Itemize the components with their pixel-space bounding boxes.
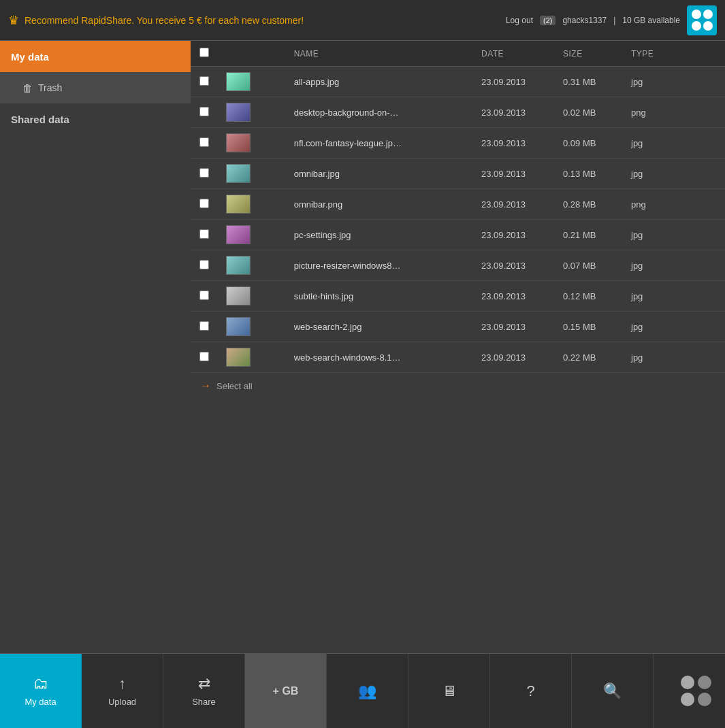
- toolbar-contacts-button[interactable]: 👥: [327, 654, 408, 728]
- bottom-logo-circle-2: [698, 676, 711, 689]
- row-name-cell[interactable]: desktop-background-on-…: [286, 97, 473, 128]
- row-name-cell[interactable]: pc-settings.jpg: [286, 220, 473, 250]
- row-action-cell-4: [677, 189, 725, 220]
- toolbar-my-data-button[interactable]: 🗂 My data: [0, 654, 82, 728]
- row-date-cell-9: 23.09.2013: [473, 342, 555, 373]
- row-action-cell-0: [677, 67, 725, 97]
- file-name-8: web-search-2.jpg: [294, 322, 362, 332]
- row-name-cell[interactable]: subtle-hints.jpg: [286, 281, 473, 312]
- promo-text: Recommend RapidShare. You receive 5 € fo…: [25, 15, 304, 26]
- toolbar-help-button[interactable]: ?: [490, 654, 572, 728]
- file-checkbox-3[interactable]: [199, 168, 209, 178]
- toolbar-search-button[interactable]: 🔍: [572, 654, 654, 728]
- row-date-cell-8: 23.09.2013: [473, 312, 555, 342]
- col-thumb-header: [218, 41, 286, 67]
- row-date-cell-7: 23.09.2013: [473, 281, 555, 312]
- row-size-cell-9: 0.22 MB: [555, 342, 623, 373]
- computer-icon: 🖥: [442, 682, 457, 700]
- row-action-cell-9: [677, 342, 725, 373]
- top-banner: ♛ Recommend RapidShare. You receive 5 € …: [0, 0, 725, 41]
- sidebar-item-my-data[interactable]: My data: [0, 41, 191, 72]
- file-thumbnail-2: [226, 133, 251, 152]
- crown-icon: ♛: [8, 13, 19, 28]
- storage-available: 10 GB available: [622, 16, 680, 25]
- row-type-cell-6: jpg: [623, 250, 677, 281]
- row-date-cell-6: 23.09.2013: [473, 250, 555, 281]
- row-thumb-cell: [218, 281, 286, 312]
- col-date-header: DATE: [473, 41, 555, 67]
- row-action-cell-6: [677, 250, 725, 281]
- row-date-cell-5: 23.09.2013: [473, 220, 555, 250]
- row-date-cell-1: 23.09.2013: [473, 97, 555, 128]
- row-thumb-cell: [218, 159, 286, 189]
- file-checkbox-7[interactable]: [199, 291, 209, 300]
- file-checkbox-0[interactable]: [199, 76, 209, 86]
- row-size-cell-5: 0.21 MB: [555, 220, 623, 250]
- sidebar-item-trash[interactable]: 🗑 Trash: [0, 72, 191, 103]
- row-checkbox-cell[interactable]: [191, 159, 218, 189]
- row-checkbox-cell[interactable]: [191, 97, 218, 128]
- file-checkbox-5[interactable]: [199, 229, 209, 239]
- row-size-cell-3: 0.13 MB: [555, 159, 623, 189]
- row-type-cell-3: jpg: [623, 159, 677, 189]
- row-action-cell-1: [677, 97, 725, 128]
- row-action-cell-8: [677, 312, 725, 342]
- row-checkbox-cell[interactable]: [191, 128, 218, 159]
- toolbar-computer-button[interactable]: 🖥: [408, 654, 490, 728]
- row-name-cell[interactable]: web-search-2.jpg: [286, 312, 473, 342]
- notification-badge[interactable]: (2): [540, 16, 555, 25]
- toolbar-upload-button[interactable]: ↑ Upload: [82, 654, 163, 728]
- row-type-cell-8: jpg: [623, 312, 677, 342]
- file-checkbox-4[interactable]: [199, 199, 209, 208]
- row-checkbox-cell[interactable]: [191, 67, 218, 97]
- select-all-label: Select all: [216, 381, 253, 391]
- file-checkbox-1[interactable]: [199, 107, 209, 116]
- trash-icon: 🗑: [22, 82, 33, 94]
- row-name-cell[interactable]: web-search-windows-8.1…: [286, 342, 473, 373]
- share-icon: ⇄: [198, 675, 210, 693]
- row-date-cell-2: 23.09.2013: [473, 128, 555, 159]
- row-name-cell[interactable]: nfl.com-fantasy-league.jp…: [286, 128, 473, 159]
- row-date-cell-3: 23.09.2013: [473, 159, 555, 189]
- file-checkbox-2[interactable]: [199, 137, 209, 147]
- storage-info: |: [613, 16, 615, 25]
- toolbar-add-gb-button[interactable]: + GB: [245, 654, 327, 728]
- file-name-3: omnibar.jpg: [294, 169, 340, 179]
- bottom-logo-icon: [681, 676, 711, 706]
- row-checkbox-cell[interactable]: [191, 342, 218, 373]
- file-checkbox-6[interactable]: [199, 260, 209, 269]
- row-name-cell[interactable]: omnibar.jpg: [286, 159, 473, 189]
- table-row: omnibar.jpg 23.09.2013 0.13 MB jpg: [191, 159, 725, 189]
- logout-link[interactable]: Log out: [506, 16, 533, 25]
- toolbar-my-data-label: My data: [25, 697, 56, 707]
- row-name-cell[interactable]: picture-resizer-windows8…: [286, 250, 473, 281]
- row-size-cell-1: 0.02 MB: [555, 97, 623, 128]
- col-name-header: NAME: [286, 41, 473, 67]
- file-name-5: pc-settings.jpg: [294, 230, 351, 240]
- logo-circle-3: [692, 21, 701, 31]
- row-checkbox-cell[interactable]: [191, 220, 218, 250]
- select-all-row[interactable]: → Select all: [191, 373, 725, 399]
- row-checkbox-cell[interactable]: [191, 281, 218, 312]
- user-info-area: Log out (2) ghacks1337 | 10 GB available: [506, 5, 717, 35]
- row-size-cell-2: 0.09 MB: [555, 128, 623, 159]
- row-name-cell[interactable]: all-apps.jpg: [286, 67, 473, 97]
- file-checkbox-8[interactable]: [199, 321, 209, 331]
- logo-circle-2: [703, 10, 713, 19]
- table-row: nfl.com-fantasy-league.jp… 23.09.2013 0.…: [191, 128, 725, 159]
- row-thumb-cell: [218, 342, 286, 373]
- row-checkbox-cell[interactable]: [191, 312, 218, 342]
- row-thumb-cell: [218, 250, 286, 281]
- file-checkbox-9[interactable]: [199, 352, 209, 361]
- col-action-header: [677, 41, 725, 67]
- row-thumb-cell: [218, 128, 286, 159]
- row-name-cell[interactable]: omnibar.png: [286, 189, 473, 220]
- row-checkbox-cell[interactable]: [191, 250, 218, 281]
- select-all-checkbox[interactable]: [199, 48, 209, 57]
- file-name-0: all-apps.jpg: [294, 77, 340, 87]
- app-logo: [687, 5, 717, 35]
- sidebar-item-shared-data[interactable]: Shared data: [0, 103, 191, 135]
- table-row: subtle-hints.jpg 23.09.2013 0.12 MB jpg: [191, 281, 725, 312]
- row-checkbox-cell[interactable]: [191, 189, 218, 220]
- toolbar-share-button[interactable]: ⇄ Share: [163, 654, 245, 728]
